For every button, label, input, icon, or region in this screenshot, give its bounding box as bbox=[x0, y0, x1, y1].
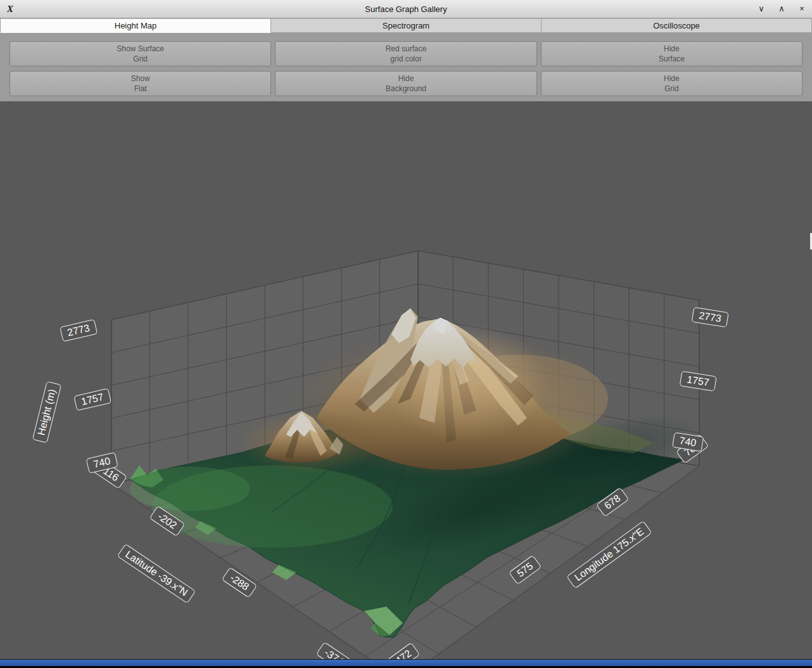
button-label-line: Surface bbox=[659, 54, 685, 64]
hide-surface-button[interactable]: Hide Surface bbox=[541, 41, 802, 66]
tab-spectrogram[interactable]: Spectrogram bbox=[271, 18, 542, 33]
button-label-line: Red surface bbox=[386, 44, 427, 54]
button-label-line: Hide bbox=[664, 73, 680, 84]
surface-plot-area[interactable]: -116 -202 -288 -374 Latitude -39.x"N 472… bbox=[0, 101, 812, 659]
button-label-line: Show Surface bbox=[117, 44, 164, 54]
show-surface-grid-button[interactable]: Show Surface Grid bbox=[10, 41, 271, 66]
button-label-line: Grid bbox=[664, 84, 679, 94]
tab-oscilloscope[interactable]: Oscilloscope bbox=[542, 18, 812, 33]
close-button[interactable]: × bbox=[797, 0, 807, 18]
close-icon: × bbox=[799, 4, 804, 13]
button-label-line: grid color bbox=[390, 54, 421, 64]
hide-grid-button[interactable]: Hide Grid bbox=[541, 71, 802, 96]
taskbar bbox=[0, 659, 812, 668]
tab-height-map[interactable]: Height Map bbox=[0, 18, 271, 33]
button-label-line: Flat bbox=[134, 84, 147, 94]
button-label-line: Background bbox=[386, 84, 426, 94]
minimize-button[interactable]: ∨ bbox=[756, 0, 766, 18]
button-label-line: Hide bbox=[398, 73, 414, 84]
button-label-line: Grid bbox=[133, 54, 148, 64]
button-label-line: Hide bbox=[664, 44, 680, 54]
toolbar: Show Surface Grid Red surface grid color… bbox=[0, 33, 812, 101]
red-surface-grid-color-button[interactable]: Red surface grid color bbox=[275, 41, 536, 66]
tab-bar: Height Map Spectrogram Oscilloscope bbox=[0, 18, 812, 33]
window-title: Surface Graph Gallery bbox=[0, 4, 812, 14]
hide-background-button[interactable]: Hide Background bbox=[275, 71, 536, 96]
window-controls: ∨ ∧ × bbox=[756, 0, 807, 18]
chevron-up-icon: ∧ bbox=[778, 4, 785, 13]
button-label-line: Show bbox=[131, 73, 150, 84]
show-flat-button[interactable]: Show Flat bbox=[10, 71, 271, 96]
window-titlebar[interactable]: X Surface Graph Gallery ∨ ∧ × bbox=[0, 0, 812, 18]
chevron-down-icon: ∨ bbox=[758, 4, 764, 13]
maximize-button[interactable]: ∧ bbox=[777, 0, 787, 18]
